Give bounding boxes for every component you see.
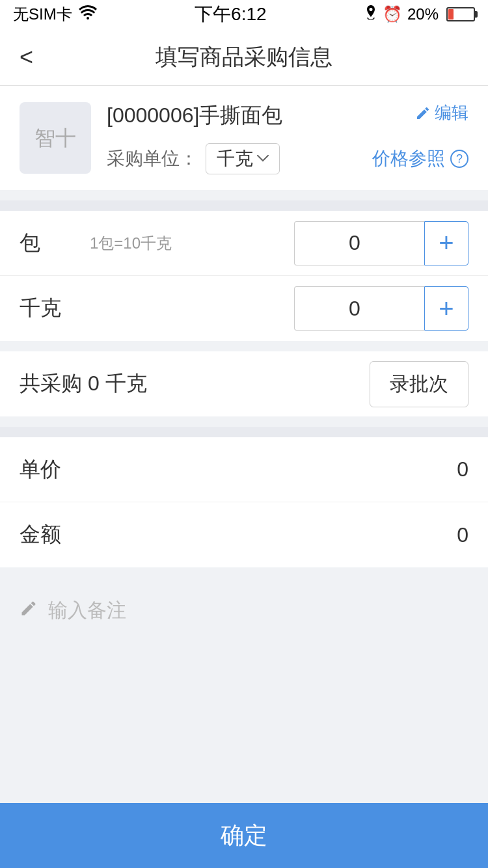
back-button[interactable]: < <box>20 44 33 71</box>
carrier-text: 无SIM卡 <box>13 4 72 25</box>
remark-section[interactable]: 输入备注 <box>0 578 488 644</box>
bag-sublabel: 1包=10千克 <box>90 233 172 254</box>
purchase-unit-row: 采购单位： 千克 <box>107 143 280 174</box>
price-ref-button[interactable]: 价格参照 ? <box>372 146 468 171</box>
kg-qty-wrap: + <box>294 286 468 331</box>
product-card: 智十 [0000006]手撕面包 编辑 采购单位： 千克 <box>0 86 488 190</box>
section-divider-1 <box>0 200 488 211</box>
kg-input-row: 千克 + <box>0 276 488 341</box>
price-section: 单价 0 金额 0 <box>0 437 488 567</box>
bag-label: 包 <box>20 229 85 258</box>
product-bottom-row: 采购单位： 千克 价格参照 ? <box>107 143 468 174</box>
bag-qty-wrap: + <box>294 221 468 265</box>
input-section: 包 1包=10千克 + 千克 + <box>0 211 488 341</box>
product-thumbnail: 智十 <box>20 102 91 174</box>
pencil-icon <box>20 599 38 622</box>
bottom-spacer <box>0 644 488 774</box>
location-icon <box>364 5 377 23</box>
price-ref-label: 价格参照 <box>372 146 445 171</box>
unit-value: 千克 <box>217 146 253 171</box>
remark-placeholder: 输入备注 <box>48 597 126 624</box>
amount-value: 0 <box>457 523 468 547</box>
unit-price-value: 0 <box>457 457 468 481</box>
unit-price-row: 单价 0 <box>0 437 488 502</box>
product-thumb-text: 智十 <box>34 128 76 148</box>
kg-qty-input[interactable] <box>294 286 424 331</box>
alarm-icon: ⏰ <box>383 5 402 23</box>
wifi-icon <box>79 5 97 23</box>
amount-label: 金额 <box>20 521 61 549</box>
bag-input-row: 包 1包=10千克 + <box>0 211 488 276</box>
total-label: 共采购 0 千克 <box>20 370 147 398</box>
bag-qty-input[interactable] <box>294 221 424 265</box>
amount-row: 金额 0 <box>0 502 488 567</box>
kg-plus-button[interactable]: + <box>424 286 468 331</box>
battery-icon <box>446 7 475 21</box>
nav-bar: < 填写商品采购信息 <box>0 29 488 86</box>
page-title: 填写商品采购信息 <box>156 42 332 72</box>
unit-price-label: 单价 <box>20 455 61 484</box>
unit-select[interactable]: 千克 <box>206 143 280 174</box>
status-bar-right: ⏰ 20% <box>364 5 475 23</box>
content: 智十 [0000006]手撕面包 编辑 采购单位： 千克 <box>0 86 488 774</box>
purchase-unit-label: 采购单位： <box>107 146 198 171</box>
svg-text:?: ? <box>456 152 463 165</box>
status-bar: 无SIM卡 下午6:12 ⏰ 20% <box>0 0 488 29</box>
total-section: 共采购 0 千克 录批次 <box>0 351 488 416</box>
kg-label: 千克 <box>20 294 85 323</box>
product-info: [0000006]手撕面包 编辑 采购单位： 千克 价格参照 ? <box>107 102 468 174</box>
record-batch-button[interactable]: 录批次 <box>370 361 468 407</box>
section-divider-2 <box>0 427 488 437</box>
battery-percent: 20% <box>407 5 439 23</box>
product-name: [0000006]手撕面包 <box>107 102 282 130</box>
edit-button[interactable]: 编辑 <box>415 102 468 124</box>
status-bar-time: 下午6:12 <box>195 2 267 27</box>
bag-plus-button[interactable]: + <box>424 221 468 265</box>
confirm-button[interactable]: 确定 <box>0 803 488 868</box>
status-bar-left: 无SIM卡 <box>13 4 97 25</box>
product-top-row: [0000006]手撕面包 编辑 <box>107 102 468 130</box>
